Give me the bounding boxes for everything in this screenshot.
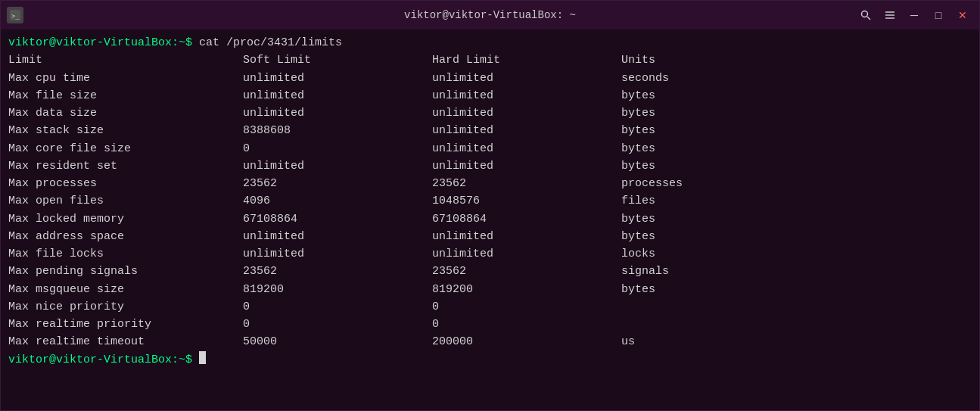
- svg-line-3: [867, 17, 870, 20]
- table-row: Max file sizeunlimitedunlimitedbytes: [8, 87, 972, 104]
- cell-limit: Max processes: [8, 175, 243, 192]
- command-line: viktor@viktor-VirtualBox:~$ cat /proc/34…: [8, 34, 972, 51]
- cell-limit: Max msgqueue size: [8, 281, 243, 298]
- cell-soft: unlimited: [243, 70, 432, 87]
- cell-limit: Max file locks: [8, 245, 243, 263]
- titlebar: >_ viktor@viktor-VirtualBox: ~ ─ □: [1, 1, 979, 30]
- cell-units: locks: [621, 245, 773, 263]
- table-row: Max realtime timeout50000200000us: [8, 333, 972, 350]
- cell-limit: Max open files: [8, 192, 243, 210]
- prompt-user: viktor@viktor-VirtualBox:~$: [8, 34, 199, 51]
- cell-soft: 0: [243, 316, 432, 333]
- terminal-window: >_ viktor@viktor-VirtualBox: ~ ─ □: [0, 0, 980, 411]
- window-title: viktor@viktor-VirtualBox: ~: [404, 9, 576, 21]
- cell-hard: unlimited: [432, 245, 621, 263]
- cell-soft: unlimited: [243, 245, 432, 263]
- cell-units: [621, 316, 773, 333]
- terminal-body[interactable]: viktor@viktor-VirtualBox:~$ cat /proc/34…: [1, 30, 979, 410]
- cell-hard: unlimited: [432, 228, 621, 245]
- minimize-button[interactable]: ─: [904, 6, 925, 24]
- table-row: Max address spaceunlimitedunlimitedbytes: [8, 228, 972, 245]
- cell-hard: unlimited: [432, 122, 621, 139]
- table-header: LimitSoft LimitHard LimitUnits: [8, 51, 972, 69]
- menu-icon: [884, 9, 896, 21]
- cell-limit: Max realtime priority: [8, 316, 243, 333]
- cell-units: bytes: [621, 104, 773, 122]
- close-button[interactable]: ✕: [952, 6, 973, 24]
- cell-units: bytes: [621, 87, 773, 104]
- cell-units: signals: [621, 263, 773, 280]
- cell-units: seconds: [621, 70, 773, 87]
- cell-units: us: [621, 333, 773, 350]
- cell-units: bytes: [621, 228, 773, 245]
- table-row: Max file locksunlimitedunlimitedlocks: [8, 245, 972, 263]
- cell-hard: 0: [432, 298, 621, 316]
- cell-limit: Max realtime timeout: [8, 333, 243, 350]
- titlebar-left: >_: [7, 7, 23, 23]
- titlebar-controls: ─ □ ✕: [855, 6, 973, 24]
- table-row: Max stack size8388608unlimitedbytes: [8, 122, 972, 139]
- table-row: Max msgqueue size819200819200bytes: [8, 281, 972, 298]
- cell-limit: Max address space: [8, 228, 243, 245]
- table-row: Max core file size0unlimitedbytes: [8, 140, 972, 157]
- cell-hard: unlimited: [432, 104, 621, 122]
- table-row: Max processes2356223562processes: [8, 175, 972, 192]
- cell-hard: unlimited: [432, 87, 621, 104]
- menu-button[interactable]: [879, 6, 901, 24]
- cell-hard: 23562: [432, 175, 621, 192]
- command-text: cat /proc/3431/limits: [199, 34, 342, 51]
- cell-limit: Max core file size: [8, 140, 243, 157]
- cell-soft: unlimited: [243, 104, 432, 122]
- cell-soft: unlimited: [243, 228, 432, 245]
- cell-soft: 8388608: [243, 122, 432, 139]
- cell-units: [621, 298, 773, 316]
- cell-units: processes: [621, 175, 773, 192]
- search-button[interactable]: [855, 6, 876, 24]
- cell-hard: 23562: [432, 263, 621, 280]
- svg-text:>_: >_: [11, 12, 20, 20]
- cell-soft: 67108864: [243, 210, 432, 228]
- cell-limit: Max locked memory: [8, 210, 243, 228]
- cell-limit: Max cpu time: [8, 70, 243, 87]
- cell-units: bytes: [621, 122, 773, 139]
- table-row: Max open files40961048576files: [8, 192, 972, 210]
- limits-table: LimitSoft LimitHard LimitUnits Max cpu t…: [8, 51, 972, 350]
- cell-hard: 0: [432, 316, 621, 333]
- cell-limit: Max nice priority: [8, 298, 243, 316]
- cell-hard: unlimited: [432, 140, 621, 157]
- cell-soft: 819200: [243, 281, 432, 298]
- terminal-icon: >_: [7, 7, 23, 23]
- cell-hard: 200000: [432, 333, 621, 350]
- cell-soft: 4096: [243, 192, 432, 210]
- search-icon: [860, 9, 872, 21]
- cell-limit: Max data size: [8, 104, 243, 122]
- end-prompt: viktor@viktor-VirtualBox:~$: [8, 351, 199, 369]
- table-row: Max resident setunlimitedunlimitedbytes: [8, 157, 972, 175]
- header-limit: Limit: [8, 51, 243, 69]
- end-prompt-line: viktor@viktor-VirtualBox:~$: [8, 351, 972, 369]
- table-row: Max locked memory6710886467108864bytes: [8, 210, 972, 228]
- cell-units: bytes: [621, 140, 773, 157]
- cell-hard: unlimited: [432, 157, 621, 175]
- cell-soft: unlimited: [243, 157, 432, 175]
- table-row: Max realtime priority00: [8, 316, 972, 333]
- cell-soft: 0: [243, 140, 432, 157]
- cell-limit: Max file size: [8, 87, 243, 104]
- cell-units: bytes: [621, 281, 773, 298]
- cell-hard: 67108864: [432, 210, 621, 228]
- cell-soft: 23562: [243, 175, 432, 192]
- cell-limit: Max resident set: [8, 157, 243, 175]
- cell-hard: 819200: [432, 281, 621, 298]
- cell-soft: 50000: [243, 333, 432, 350]
- cell-hard: 1048576: [432, 192, 621, 210]
- cell-units: bytes: [621, 157, 773, 175]
- table-row: Max cpu timeunlimitedunlimitedseconds: [8, 70, 972, 87]
- cell-limit: Max pending signals: [8, 263, 243, 280]
- cell-soft: unlimited: [243, 87, 432, 104]
- table-row: Max pending signals2356223562signals: [8, 263, 972, 280]
- cursor: [199, 351, 206, 364]
- header-hard: Hard Limit: [432, 51, 621, 69]
- maximize-button[interactable]: □: [928, 6, 949, 24]
- table-row: Max nice priority00: [8, 298, 972, 316]
- header-units: Units: [621, 51, 773, 69]
